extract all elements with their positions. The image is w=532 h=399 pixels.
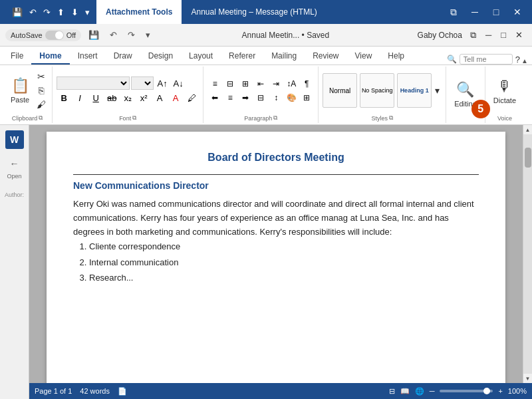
autosave-badge[interactable]: AutoSave Off bbox=[5, 29, 81, 41]
section1-body: Kerry Oki was named communications direc… bbox=[73, 198, 479, 239]
more-inner-button[interactable]: ▾ bbox=[142, 29, 154, 41]
tab-insert[interactable]: Insert bbox=[70, 49, 106, 65]
restore-inner-button[interactable]: ⧉ bbox=[466, 29, 480, 42]
ribbon-search: 🔍 ? bbox=[447, 54, 520, 65]
restore-button[interactable]: ⧉ bbox=[444, 3, 463, 21]
undo-inner-button[interactable]: ↶ bbox=[106, 29, 120, 41]
tab-layout[interactable]: Layout bbox=[181, 49, 221, 65]
more-button[interactable]: ▾ bbox=[82, 6, 92, 19]
font-color-button[interactable]: A bbox=[168, 91, 183, 104]
inner-window: AutoSave Off 💾 ↶ ↷ ▾ Annual Meetin... • … bbox=[0, 24, 532, 399]
clear-format-button[interactable]: A bbox=[152, 91, 167, 104]
doc-scrollable: Board of Directors Meeting New Communica… bbox=[29, 125, 532, 383]
minimize-button[interactable]: ─ bbox=[466, 3, 484, 21]
doc-content-area: Board of Directors Meeting New Communica… bbox=[29, 125, 532, 399]
justify-button[interactable]: ⊟ bbox=[253, 91, 268, 104]
upload-button[interactable]: ⬆ bbox=[55, 6, 67, 19]
subscript-button[interactable]: x₂ bbox=[120, 91, 135, 104]
author-label: Author: bbox=[2, 189, 27, 201]
minimize-inner-button[interactable]: ─ bbox=[481, 29, 495, 42]
strikethrough-button[interactable]: ab bbox=[104, 91, 119, 104]
zoom-in-icon[interactable]: + bbox=[498, 387, 502, 395]
paragraph-expand-icon[interactable]: ⧉ bbox=[273, 114, 277, 122]
document-page[interactable]: Board of Directors Meeting New Communica… bbox=[47, 132, 505, 383]
decrease-font-button[interactable]: A↓ bbox=[171, 76, 186, 90]
maximize-inner-button[interactable]: □ bbox=[497, 29, 510, 42]
align-center-button[interactable]: ≡ bbox=[223, 91, 237, 104]
clipboard-expand-icon[interactable]: ⧉ bbox=[39, 114, 43, 122]
save-inner-button[interactable]: 💾 bbox=[85, 29, 102, 41]
dictate-button[interactable]: 🎙 Dictate bbox=[489, 75, 520, 107]
paste-button[interactable]: 📋 Paste bbox=[7, 74, 33, 106]
numbering-button[interactable]: ⊟ bbox=[223, 77, 237, 90]
style-heading1[interactable]: Heading 1 bbox=[397, 73, 432, 108]
tab-file[interactable]: File bbox=[3, 49, 31, 65]
underline-button[interactable]: U bbox=[88, 91, 103, 104]
vertical-scrollbar[interactable]: ▲ ▼ bbox=[523, 125, 532, 383]
zoom-out-icon[interactable]: ─ bbox=[430, 387, 435, 395]
highlight-button[interactable]: 🖊 bbox=[184, 91, 199, 104]
word-count: 42 words bbox=[80, 387, 110, 395]
format-painter-button[interactable]: 🖌 bbox=[35, 98, 48, 111]
tab-mailing[interactable]: Mailing bbox=[263, 49, 305, 65]
style-normal[interactable]: Normal bbox=[323, 73, 357, 108]
ribbon-scroll-btn[interactable]: ▲ bbox=[520, 57, 529, 65]
tab-help[interactable]: Help bbox=[380, 49, 412, 65]
styles-scroll-button[interactable]: ▾ bbox=[433, 84, 442, 97]
dictate-icon: 🎙 bbox=[497, 78, 512, 95]
editing-icon: 🔍 bbox=[456, 81, 474, 98]
scroll-thumb-v[interactable] bbox=[525, 148, 531, 168]
decrease-indent-button[interactable]: ⇤ bbox=[253, 77, 268, 90]
help-icon[interactable]: ? bbox=[515, 55, 520, 65]
autosave-toggle[interactable] bbox=[45, 31, 64, 40]
close-button[interactable]: ✕ bbox=[508, 3, 527, 21]
scroll-up-arrow[interactable]: ▲ bbox=[523, 125, 533, 134]
save-button[interactable]: 💾 bbox=[9, 6, 25, 19]
sort-button[interactable]: ↕A bbox=[284, 77, 299, 90]
style-no-spacing[interactable]: No Spacing bbox=[360, 73, 394, 108]
close-inner-button[interactable]: ✕ bbox=[511, 29, 527, 42]
layout-view-icon[interactable]: ⊟ bbox=[389, 387, 395, 396]
tab-annual-meeting[interactable]: Annual Meeting – Message (HTML) bbox=[182, 0, 326, 24]
multilevel-button[interactable]: ⊞ bbox=[238, 77, 253, 90]
tab-view[interactable]: View bbox=[347, 49, 380, 65]
font-family-select[interactable] bbox=[57, 76, 130, 90]
bold-button[interactable]: B bbox=[57, 91, 71, 104]
tab-attachment-tools[interactable]: Attachment Tools bbox=[96, 0, 182, 24]
maximize-button[interactable]: □ bbox=[487, 3, 505, 21]
tab-draw[interactable]: Draw bbox=[106, 49, 140, 65]
zoom-slider[interactable] bbox=[440, 390, 493, 392]
scroll-down-arrow[interactable]: ▼ bbox=[523, 374, 533, 383]
read-view-icon[interactable]: 📖 bbox=[400, 387, 410, 396]
word-count-icon[interactable]: 📄 bbox=[118, 387, 127, 396]
italic-button[interactable]: I bbox=[72, 91, 87, 104]
align-left-button[interactable]: ⬅ bbox=[207, 91, 222, 104]
shading-button[interactable]: 🎨 bbox=[284, 91, 299, 104]
copy-button[interactable]: ⎘ bbox=[35, 84, 48, 97]
cut-button[interactable]: ✂ bbox=[35, 70, 48, 83]
download-button[interactable]: ⬇ bbox=[68, 6, 81, 19]
increase-font-button[interactable]: A↑ bbox=[155, 76, 170, 90]
search-input[interactable] bbox=[460, 54, 513, 65]
web-view-icon[interactable]: 🌐 bbox=[415, 387, 424, 396]
redo-button[interactable]: ↷ bbox=[41, 6, 53, 19]
styles-expand-icon[interactable]: ⧉ bbox=[389, 114, 393, 122]
tab-review[interactable]: Review bbox=[305, 49, 346, 65]
line-spacing-button[interactable]: ↕ bbox=[269, 91, 283, 104]
font-size-select[interactable] bbox=[131, 76, 154, 90]
tab-home[interactable]: Home bbox=[31, 49, 69, 65]
tab-referer[interactable]: Referer bbox=[221, 49, 263, 65]
align-right-button[interactable]: ➡ bbox=[238, 91, 253, 104]
superscript-button[interactable]: x² bbox=[136, 91, 151, 104]
voice-group: 🎙 Dictate Voice bbox=[485, 66, 524, 123]
font-expand-icon[interactable]: ⧉ bbox=[132, 114, 136, 122]
bullets-button[interactable]: ≡ bbox=[207, 77, 222, 90]
tab-design[interactable]: Design bbox=[140, 49, 181, 65]
increase-indent-button[interactable]: ⇥ bbox=[269, 77, 283, 90]
show-marks-button[interactable]: ¶ bbox=[299, 77, 314, 90]
undo-button[interactable]: ↶ bbox=[27, 6, 39, 19]
borders-button[interactable]: ⊞ bbox=[299, 91, 314, 104]
nav-back-icon[interactable]: ← bbox=[10, 158, 19, 169]
redo-inner-button[interactable]: ↷ bbox=[124, 29, 138, 41]
scroll-track-v[interactable] bbox=[523, 134, 532, 374]
